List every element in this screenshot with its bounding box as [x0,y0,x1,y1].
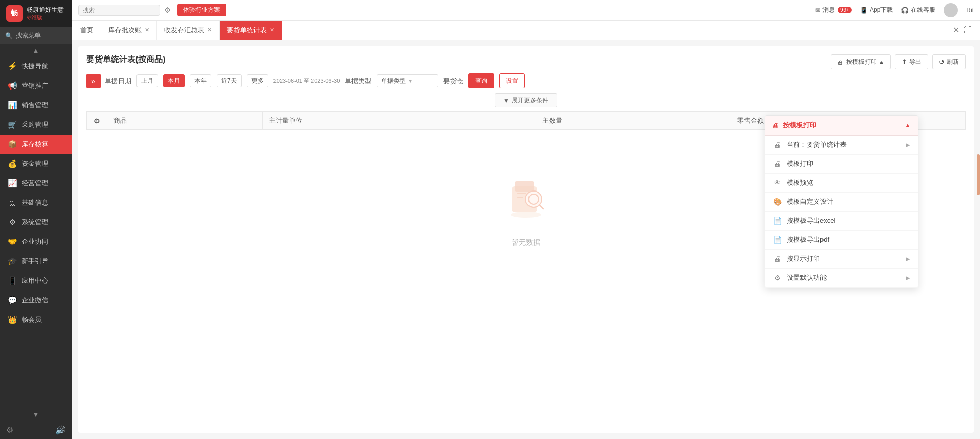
tab-home[interactable]: 首页 [76,21,101,40]
service-icon: 🎧 [901,7,909,14]
date-btn-last-month[interactable]: 上月 [136,74,158,87]
sidebar-item-wechat[interactable]: 💬 企业微信 [0,291,72,310]
refresh-icon: ↺ [939,58,945,66]
right-scrollbar[interactable] [977,154,980,195]
svg-rect-2 [515,181,534,192]
topbar-search-input[interactable] [78,5,160,16]
sidebar-item-marketing[interactable]: 📢 营销推广 [0,76,72,96]
date-btn-this-year[interactable]: 本年 [190,74,211,87]
sidebar-item-basic[interactable]: 🗂 基础信息 [0,193,72,213]
tab-order-stats[interactable]: 要货单统计表 ✕ [220,21,282,40]
sidebar-item-sales[interactable]: 📊 销售管理 [0,96,72,115]
guide-icon: 🎓 [7,257,17,266]
col-settings[interactable]: ⚙ [87,112,107,130]
appstore-icon: 📱 [7,276,17,285]
expand-collapse-btn[interactable]: » [86,74,101,88]
filter-row: 单据日期 上月 本月 本年 近7天 更多 2023-06-01 至 2023-0… [105,73,525,88]
sidebar-item-appstore[interactable]: 📱 应用中心 [0,271,72,291]
scroll-down-btn[interactable]: ▼ [0,408,72,421]
export-pdf-icon: 📄 [773,236,781,244]
refresh-btn[interactable]: ↺ 刷新 [932,54,966,69]
set-default-arrow-icon: ▶ [906,275,910,281]
trial-button[interactable]: 体验行业方案 [177,4,226,16]
dropdown-item-template-design[interactable]: 🎨 模板自定义设计 [765,193,918,212]
sidebar-item-guide[interactable]: 🎓 新手引导 [0,252,72,271]
quick-nav-icon: ⚡ [7,62,17,71]
topbar-right: ✉ 消息 99+ 📱 App下载 🎧 在线客服 Rit [815,3,974,17]
set-default-icon: ⚙ [773,274,781,282]
page-content: 要货单统计表(按商品) 🖨 按模板打印 ▲ ⬆ 导出 ↺ 刷新 [72,40,980,439]
dropdown-item-export-excel[interactable]: 📄 按模板导出excel [765,212,918,231]
sidebar-item-cooperation[interactable]: 🤝 企业协同 [0,232,72,252]
print-btn[interactable]: 🖨 按模板打印 ▲ [831,54,891,69]
dropdown-item-template-print[interactable]: 🖨 模板打印 [765,155,918,174]
sidebar-search[interactable]: 🔍 搜索菜单 [0,27,72,44]
settings-btn[interactable]: 设置 [499,73,525,88]
svg-rect-7 [517,197,523,198]
template-preview-icon: 👁 [773,179,781,187]
empty-illustration [500,171,552,232]
sidebar-item-purchase[interactable]: 🛒 采购管理 [0,115,72,135]
print-chevron-up-icon: ▲ [879,59,884,65]
tab-close-receivable-summary[interactable]: ✕ [207,27,212,33]
messages-badge: 99+ [838,7,852,13]
online-service-btn[interactable]: 🎧 在线客服 [901,6,935,14]
expand-more-btn[interactable]: ▼ 展开更多条件 [495,93,557,107]
tabbar: 首页 库存批次账 ✕ 收发存汇总表 ✕ 要货单统计表 ✕ ✕ ⛶ [72,21,980,40]
message-icon: ✉ [815,7,820,14]
tab-close-batch-accounts[interactable]: ✕ [145,27,149,33]
maximize-icon[interactable]: ⛶ [964,26,972,35]
audio-bottom-icon[interactable]: 🔊 [55,425,66,435]
dropdown-item-export-pdf[interactable]: 📄 按模板导出pdf [765,231,918,250]
date-btn-this-month[interactable]: 本月 [163,74,185,87]
action-row: 🖨 按模板打印 ▲ ⬆ 导出 ↺ 刷新 [831,54,966,69]
app-logo-text: 畅康通好生意 标准版 [27,6,64,22]
display-print-arrow-icon: ▶ [906,256,910,262]
dropdown-item-template-preview[interactable]: 👁 模板预览 [765,174,918,193]
export-excel-icon: 📄 [773,217,781,225]
print-dropdown-panel: 🖨 按模板打印 ▲ 🖨 当前：要货单统计表 ▶ 🖨 模板打印 [765,115,918,288]
tab-close-order-stats[interactable]: ✕ [270,27,275,33]
sidebar-item-operation[interactable]: 📈 经营管理 [0,174,72,193]
date-btn-7days[interactable]: 近7天 [217,74,242,87]
dropdown-item-display-print[interactable]: 🖨 按显示打印 ▶ [765,250,918,269]
current-template-item[interactable]: 🖨 当前：要货单统计表 ▶ [765,136,918,155]
sidebar-logo: 畅 畅康通好生意 标准版 [0,0,72,27]
topbar: ⚙ 体验行业方案 ✉ 消息 99+ 📱 App下载 🎧 在线客服 Rit [72,0,980,21]
messages-btn[interactable]: ✉ 消息 99+ [815,6,852,14]
tab-receivable-summary[interactable]: 收发存汇总表 ✕ [157,21,220,40]
dropdown-item-set-default[interactable]: ⚙ 设置默认功能 ▶ [765,269,918,288]
app-logo-icon: 畅 [6,5,23,22]
topbar-gear-icon[interactable]: ⚙ [164,6,171,15]
app-download-btn[interactable]: 📱 App下载 [860,6,893,14]
sidebar-item-system[interactable]: ⚙ 系统管理 [0,213,72,232]
sidebar-item-member[interactable]: 👑 畅会员 [0,310,72,330]
query-btn[interactable]: 查询 [468,73,494,88]
finance-icon: 💰 [7,159,17,168]
order-category-label: 要货仓 [443,77,463,86]
sidebar-bottom: ⚙ 🔊 [0,421,72,439]
date-filter-label: 单据日期 [105,77,131,86]
date-btn-more[interactable]: 更多 [247,74,268,87]
purchase-icon: 🛒 [7,120,17,129]
dropdown-close-chevron[interactable]: ▲ [905,122,911,129]
export-btn[interactable]: ⬆ 导出 [895,54,928,69]
type-filter-select[interactable]: 单据类型 ▼ [377,74,438,87]
avatar[interactable] [944,3,958,17]
settings-bottom-icon[interactable]: ⚙ [6,425,13,435]
tab-batch-accounts[interactable]: 库存批次账 ✕ [101,21,157,40]
inventory-icon: 📦 [7,140,17,149]
sidebar-item-finance[interactable]: 💰 资金管理 [0,154,72,174]
empty-text: 暂无数据 [512,238,540,247]
search-icon: 🔍 [5,32,13,40]
dropdown-print-icon: 🖨 [772,122,779,129]
expand-more-icon: ▼ [503,97,509,104]
col-product: 商品 [107,112,263,130]
date-range-display: 2023-06-01 至 2023-06-30 [273,77,340,85]
scroll-up-btn[interactable]: ▲ [0,44,72,56]
sidebar-item-inventory[interactable]: 📦 库存核算 [0,135,72,154]
print-icon: 🖨 [837,58,844,66]
close-window-icon[interactable]: ✕ [953,25,959,35]
operation-icon: 📈 [7,179,17,188]
sidebar-item-quick-nav[interactable]: ⚡ 快捷导航 [0,56,72,76]
